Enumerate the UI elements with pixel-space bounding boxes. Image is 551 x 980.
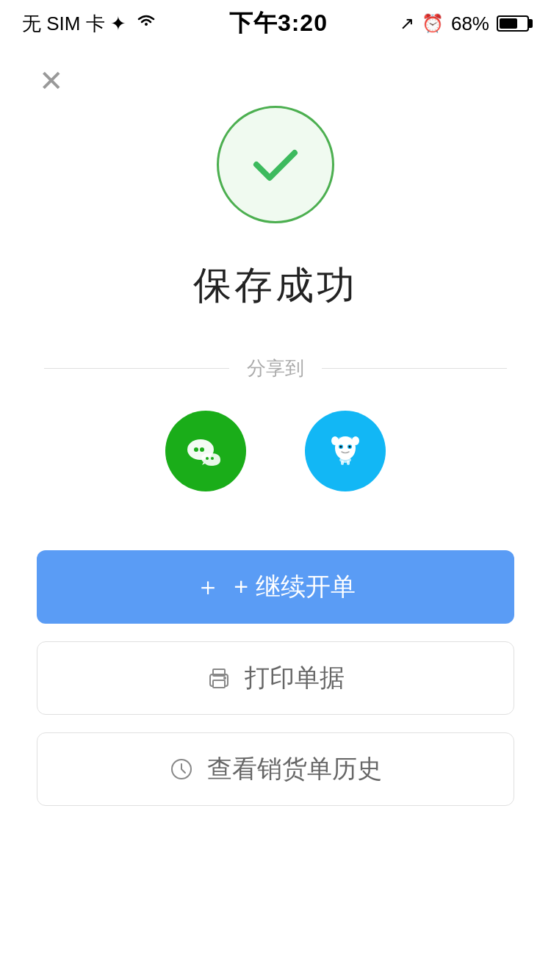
svg-point-13	[331, 436, 339, 445]
svg-point-8	[340, 446, 342, 448]
checkmark-icon	[246, 135, 305, 194]
success-title: 保存成功	[193, 260, 358, 311]
print-button[interactable]: 打印单据	[37, 641, 514, 715]
continue-button[interactable]: ＋ + 继续开单	[37, 550, 514, 624]
alarm-icon: ⏰	[422, 13, 444, 34]
main-content: 保存成功 分享到	[0, 47, 551, 806]
wechat-icon	[184, 429, 228, 473]
share-icons	[165, 411, 386, 491]
sim-status: 无 SIM 卡 ✦	[22, 11, 126, 37]
history-button[interactable]: 查看销货单历史	[37, 732, 514, 806]
share-divider: 分享到	[0, 356, 551, 381]
svg-rect-11	[341, 461, 344, 465]
location-icon: ↗	[400, 13, 414, 34]
status-bar: 无 SIM 卡 ✦ 下午3:20 ↗ ⏰ 68%	[0, 0, 551, 47]
qq-icon	[323, 429, 367, 473]
qq-share-button[interactable]	[305, 411, 386, 491]
svg-rect-12	[347, 461, 350, 465]
divider-line-left	[44, 368, 229, 369]
status-left: 无 SIM 卡 ✦	[22, 11, 157, 37]
svg-point-4	[211, 457, 214, 460]
history-label: 查看销货单历史	[207, 752, 382, 786]
success-circle	[217, 106, 334, 223]
continue-label: + 继续开单	[234, 570, 355, 604]
battery-percent: 68%	[451, 12, 489, 35]
printer-icon	[206, 666, 231, 691]
svg-point-3	[206, 457, 209, 460]
svg-point-1	[194, 447, 198, 452]
svg-point-14	[352, 436, 359, 445]
battery-icon	[497, 15, 529, 32]
divider-line-right	[322, 368, 507, 369]
history-icon	[169, 757, 194, 782]
svg-point-2	[200, 447, 204, 452]
wifi-icon	[135, 12, 157, 35]
status-time: 下午3:20	[229, 7, 328, 40]
share-label: 分享到	[229, 356, 322, 381]
action-buttons: ＋ + 继续开单 打印单据 查看销货单历	[0, 550, 551, 806]
svg-point-18	[223, 677, 226, 680]
print-label: 打印单据	[245, 661, 345, 695]
wechat-share-button[interactable]	[165, 411, 246, 491]
status-right: ↗ ⏰ 68%	[400, 12, 529, 35]
plus-icon: ＋	[195, 570, 220, 604]
svg-point-9	[349, 446, 351, 448]
svg-rect-16	[213, 680, 225, 688]
